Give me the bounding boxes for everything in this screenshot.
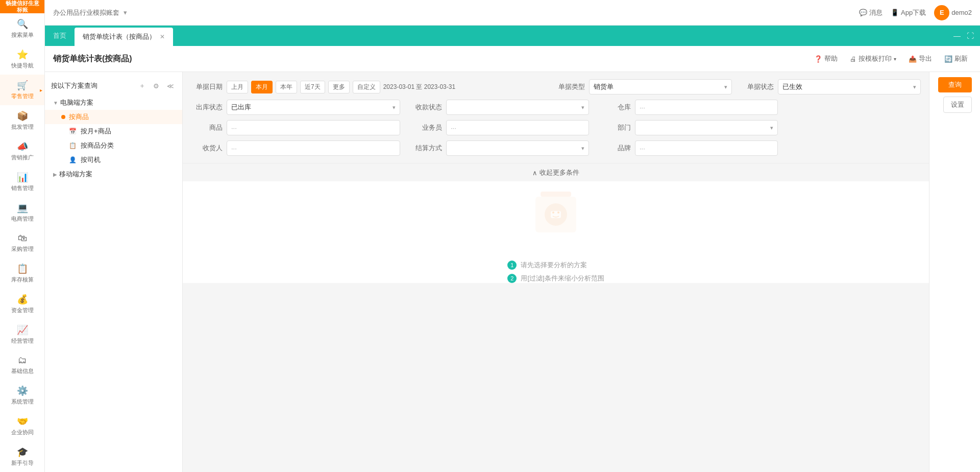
help-label: 帮助 bbox=[824, 54, 838, 63]
sidebar-label-newbie: 新手引导 bbox=[11, 459, 34, 467]
ecommerce-icon: 💻 bbox=[17, 202, 28, 214]
sidebar-item-wholesale[interactable]: 📦批发管理 bbox=[0, 105, 44, 136]
out-status-select[interactable]: 已出库 ▾ bbox=[227, 100, 400, 115]
tree-mobile-label: 移动端方案 bbox=[59, 170, 92, 179]
doc-status-label: 单据状态 bbox=[742, 82, 778, 91]
tab-sales-stat[interactable]: 销货单统计表（按商品） ✕ bbox=[75, 28, 173, 46]
tree-by-month-product-label: 按月+商品 bbox=[81, 127, 111, 136]
tree-by-month-product[interactable]: 📅 按月+商品 bbox=[45, 124, 182, 138]
doc-status-control: 已生效 ▾ bbox=[778, 79, 921, 95]
sidebar-item-purchase[interactable]: 🛍采购管理 bbox=[0, 228, 44, 258]
message-btn[interactable]: 💬 消息 bbox=[859, 8, 883, 17]
product-control: ··· bbox=[227, 120, 400, 135]
salesperson-input[interactable]: ··· bbox=[446, 120, 589, 135]
setting-button[interactable]: 设置 bbox=[943, 97, 972, 113]
filter-row-2: 出库状态 已出库 ▾ 收款状态 ▾ bbox=[191, 100, 921, 115]
product-input[interactable]: ··· bbox=[227, 120, 400, 135]
sidebar-item-marketing[interactable]: 📣营销推广 bbox=[0, 136, 44, 167]
tab-minimize-icon[interactable]: — bbox=[951, 30, 963, 42]
sidebar-item-search[interactable]: 🔍搜索菜单 bbox=[0, 13, 44, 44]
body-area: 按以下方案查询 ＋ ⚙ ≪ ▼ 电脑端方案 按商品 bbox=[45, 72, 980, 472]
doc-status-chevron: ▾ bbox=[913, 84, 916, 90]
sidebar-label-corp: 企业协同 bbox=[11, 429, 34, 436]
edit-scheme-btn[interactable]: ⚙ bbox=[151, 80, 162, 91]
username: demo2 bbox=[951, 9, 972, 16]
dept-chevron: ▾ bbox=[770, 125, 773, 131]
sidebar-item-ops[interactable]: 📈经营管理 bbox=[0, 319, 44, 350]
sidebar-item-base[interactable]: 🗂基础信息 bbox=[0, 350, 44, 380]
sidebar-item-quick-nav[interactable]: ⭐快捷导航 bbox=[0, 44, 44, 75]
filter-row-4: 收货人 ··· 结算方式 ▾ bbox=[191, 140, 921, 156]
tab-expand-icon[interactable]: ⛶ bbox=[965, 30, 976, 42]
date-btn-this-year[interactable]: 本年 bbox=[276, 81, 297, 93]
salesperson-control: ··· bbox=[446, 120, 589, 135]
sidebar-item-corp[interactable]: 🤝企业协同 bbox=[0, 411, 44, 441]
tab-close-icon[interactable]: ✕ bbox=[160, 33, 165, 40]
tree-by-category[interactable]: 📋 按商品分类 bbox=[45, 138, 182, 153]
export-icon: 📤 bbox=[909, 55, 917, 63]
warehouse-input[interactable]: ··· bbox=[635, 100, 778, 115]
sidebar-item-finance[interactable]: 💰资金管理 bbox=[0, 289, 44, 319]
print-label: 按模板打印 bbox=[859, 54, 892, 63]
sidebar-item-sales-mgmt[interactable]: 📊销售管理 bbox=[0, 167, 44, 197]
tab-home[interactable]: 首页 bbox=[45, 26, 75, 46]
svg-rect-1 bbox=[541, 192, 571, 197]
add-scheme-btn[interactable]: ＋ bbox=[136, 80, 148, 91]
date-btn-this-month[interactable]: 本月 bbox=[251, 81, 273, 93]
app-title: 办公用品行业模拟账套 bbox=[53, 8, 119, 17]
sidebar-item-ecommerce[interactable]: 💻电商管理 bbox=[0, 197, 44, 228]
help-btn[interactable]: ❓ 帮助 bbox=[810, 52, 842, 65]
brand-input[interactable]: ··· bbox=[635, 140, 778, 156]
collapse-panel-btn[interactable]: ≪ bbox=[165, 80, 176, 91]
sidebar-item-newbie[interactable]: 🎓新手引导 bbox=[0, 441, 44, 472]
date-btn-last-month[interactable]: 上月 bbox=[227, 81, 248, 93]
svg-point-5 bbox=[557, 211, 559, 214]
date-btn-7days[interactable]: 近7天 bbox=[300, 81, 325, 93]
person-icon: 👤 bbox=[69, 156, 77, 163]
sales-mgmt-icon: 📊 bbox=[17, 172, 28, 183]
date-btn-more[interactable]: 更多 bbox=[328, 81, 350, 93]
print-btn[interactable]: 🖨 按模板打印 ▾ bbox=[846, 52, 900, 65]
export-btn[interactable]: 📤 导出 bbox=[904, 52, 936, 65]
tree-pc-label: 电脑端方案 bbox=[60, 98, 93, 107]
help-icon: ❓ bbox=[814, 55, 822, 63]
sidebar-item-system[interactable]: ⚙️系统管理 bbox=[0, 380, 44, 411]
user-area[interactable]: E demo2 bbox=[934, 5, 972, 20]
doc-type-label: 单据类型 bbox=[553, 82, 589, 91]
sidebar-item-inventory[interactable]: 📋库存核算 bbox=[0, 258, 44, 289]
tab-actions: — ⛶ bbox=[947, 30, 980, 42]
step-2-num: 2 bbox=[507, 274, 517, 283]
doc-status-select[interactable]: 已生效 ▾ bbox=[778, 79, 921, 95]
receiver-input[interactable]: ··· bbox=[227, 140, 400, 156]
dropdown-icon[interactable]: ▾ bbox=[124, 9, 127, 16]
wholesale-icon: 📦 bbox=[17, 110, 28, 122]
app-download-btn[interactable]: 📱 App下载 bbox=[891, 8, 926, 17]
warehouse-label: 仓库 bbox=[599, 103, 635, 112]
collapse-arrow: ∧ bbox=[532, 169, 537, 177]
tree-by-driver[interactable]: 👤 按司机 bbox=[45, 153, 182, 167]
collect-control: ▾ bbox=[446, 100, 589, 115]
date-btn-custom[interactable]: 自定义 bbox=[353, 81, 380, 93]
collapse-btn[interactable]: ∧ 收起更多条件 bbox=[183, 163, 929, 181]
message-icon: 💬 bbox=[859, 9, 867, 16]
query-button[interactable]: 查询 bbox=[938, 77, 972, 92]
sidebar-item-retail[interactable]: 🛒零售管理▸ bbox=[0, 75, 44, 105]
sidebar-label-ecommerce: 电商管理 bbox=[11, 215, 34, 223]
settlement-select[interactable]: ▾ bbox=[446, 140, 589, 156]
tree-expand-icon: ▼ bbox=[53, 100, 58, 106]
tree-by-product[interactable]: 按商品 bbox=[45, 110, 182, 124]
sidebar-label-base: 基础信息 bbox=[11, 367, 34, 375]
collapse-label: 收起更多条件 bbox=[540, 168, 579, 177]
left-panel: 按以下方案查询 ＋ ⚙ ≪ ▼ 电脑端方案 按商品 bbox=[45, 72, 183, 472]
tree-mobile-group[interactable]: ▶ 移动端方案 bbox=[45, 167, 182, 181]
doc-type-select[interactable]: 销货单 ▾ bbox=[589, 79, 732, 95]
refresh-icon: 🔄 bbox=[944, 55, 952, 63]
refresh-btn[interactable]: 🔄 刷新 bbox=[940, 52, 972, 65]
dept-select[interactable]: ▾ bbox=[635, 120, 778, 135]
date-control: 上月 本月 本年 近7天 更多 自定义 2023-03-01 至 2023-03… bbox=[227, 81, 543, 93]
settlement-chevron: ▾ bbox=[581, 145, 584, 152]
date-range: 2023-03-01 至 2023-03-31 bbox=[383, 83, 455, 91]
tree-pc-group[interactable]: ▼ 电脑端方案 bbox=[45, 96, 182, 110]
brand-dots: ··· bbox=[640, 145, 645, 152]
collect-select[interactable]: ▾ bbox=[446, 100, 589, 115]
